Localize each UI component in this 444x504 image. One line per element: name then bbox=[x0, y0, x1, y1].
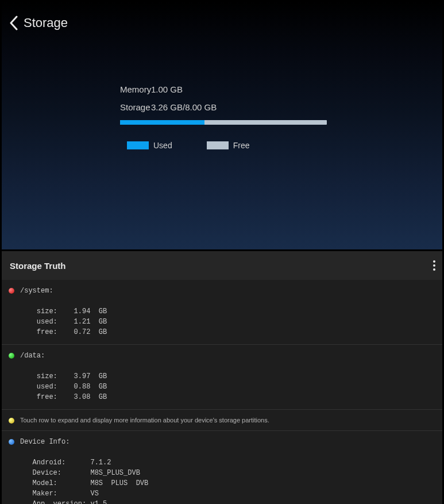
storage-info: Memory 1.00 GB Storage 3.26 GB/8.00 GB U… bbox=[120, 84, 442, 150]
hint-text: Touch row to expand and display more inf… bbox=[20, 417, 269, 424]
memory-value: 1.00 GB bbox=[151, 84, 183, 94]
storage-truth-panel: Storage Truth /system: size: 1.94 GB use… bbox=[2, 251, 442, 504]
legend-free-label: Free bbox=[233, 141, 250, 150]
free-swatch-icon bbox=[207, 141, 229, 149]
memory-label: Memory bbox=[120, 84, 151, 94]
header: Storage bbox=[2, 2, 442, 44]
legend: Used Free bbox=[127, 141, 442, 150]
storage-label: Storage bbox=[120, 102, 151, 112]
app-title: Storage Truth bbox=[10, 261, 66, 271]
dot-green-icon bbox=[9, 353, 14, 359]
overflow-menu-icon[interactable] bbox=[432, 259, 434, 272]
page-title: Storage bbox=[24, 16, 68, 30]
used-swatch-icon bbox=[127, 141, 149, 149]
legend-used: Used bbox=[127, 141, 172, 150]
hint-row[interactable]: Touch row to expand and display more inf… bbox=[2, 410, 442, 431]
storage-progress-fill bbox=[120, 120, 204, 125]
back-icon[interactable] bbox=[9, 16, 19, 30]
storage-value: 3.26 GB/8.00 GB bbox=[151, 102, 217, 112]
dot-yellow-icon bbox=[9, 418, 14, 424]
storage-progress bbox=[120, 120, 327, 125]
system-text: /system: size: 1.94 GB used: 1.21 GB fre… bbox=[20, 286, 107, 337]
storage-row: Storage 3.26 GB/8.00 GB bbox=[120, 102, 442, 112]
dot-red-icon bbox=[9, 288, 14, 294]
device-info-text: Device Info: Android: 7.1.2 Device: M8S_… bbox=[20, 437, 148, 504]
memory-row: Memory 1.00 GB bbox=[120, 84, 442, 94]
partition-row-system[interactable]: /system: size: 1.94 GB used: 1.21 GB fre… bbox=[2, 280, 442, 345]
data-text: /data: size: 3.97 GB used: 0.88 GB free:… bbox=[20, 351, 107, 402]
partition-row-data[interactable]: /data: size: 3.97 GB used: 0.88 GB free:… bbox=[2, 345, 442, 410]
device-info-row[interactable]: Device Info: Android: 7.1.2 Device: M8S_… bbox=[2, 431, 442, 504]
dot-blue-icon bbox=[9, 439, 14, 445]
legend-free: Free bbox=[207, 141, 250, 150]
storage-settings-panel: Storage Memory 1.00 GB Storage 3.26 GB/8… bbox=[2, 2, 442, 249]
app-header: Storage Truth bbox=[2, 251, 442, 280]
legend-used-label: Used bbox=[153, 141, 172, 150]
